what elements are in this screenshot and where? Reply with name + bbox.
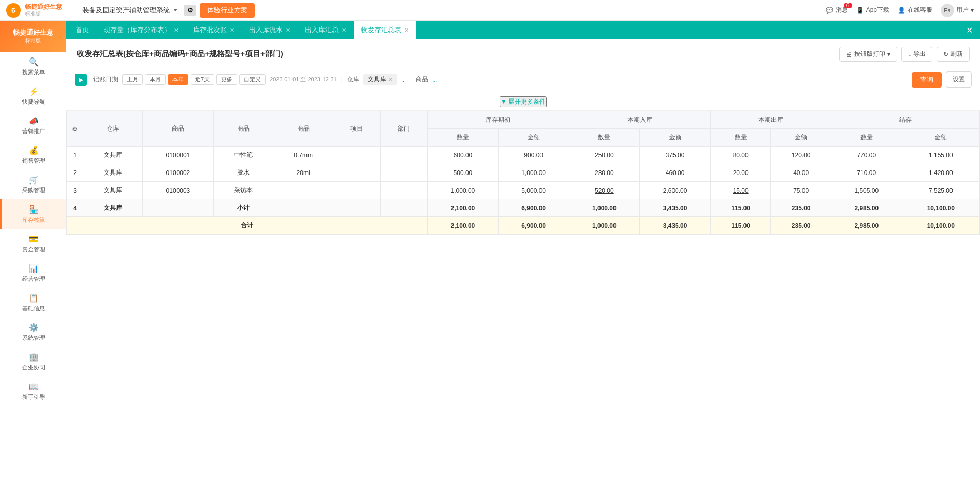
date-btn-more[interactable]: 更多 xyxy=(216,74,237,85)
export-btn[interactable]: ↓ 导出 xyxy=(901,47,932,62)
download-icon: 📱 xyxy=(856,7,864,14)
out-qty-link-1: 80.00 xyxy=(733,152,749,159)
sidebar-item-operations[interactable]: 📊 经营管理 xyxy=(0,258,66,288)
footer-in-qty: 1,000.00 xyxy=(569,217,640,235)
col-code: 商品 xyxy=(143,111,214,147)
col-stock-out: 本期出库 xyxy=(710,111,831,129)
refresh-btn[interactable]: ↻ 刷新 xyxy=(937,47,970,62)
sidebar-item-enterprise[interactable]: 🏢 企业协同 xyxy=(0,347,66,376)
date-btn-this-month[interactable]: 本月 xyxy=(145,74,166,85)
basic-icon: 📋 xyxy=(28,293,39,303)
col-settings[interactable]: ⚙ xyxy=(67,111,83,147)
sub-out-qty: 数量 xyxy=(710,129,771,147)
sidebar-label-enterprise: 企业协同 xyxy=(22,364,45,371)
out-qty-link-2: 20.00 xyxy=(733,169,749,177)
sidebar-item-finance[interactable]: 💳 资金管理 xyxy=(0,229,66,258)
sidebar-title: 畅捷通好生意 xyxy=(13,28,53,37)
system-icon: ⚙️ xyxy=(28,323,39,332)
tab-batch[interactable]: 库存批次账 ✕ xyxy=(186,21,242,39)
table-container: ⚙ 仓库 商品 商品 商品 项目 部门 库存期初 本期入库 本期出库 xyxy=(66,111,980,235)
date-btn-this-year[interactable]: 本年 xyxy=(168,74,188,85)
top-bar: 6 畅捷通好生意 标准版 | 装备及固定资产辅助管理系统 ▾ ⚙ 体验行业方案 … xyxy=(0,0,980,21)
col-project: 项目 xyxy=(333,111,381,147)
system-name: 装备及固定资产辅助管理系统 xyxy=(82,6,170,15)
warehouse-tag-close[interactable]: ✕ xyxy=(388,76,393,83)
page-header: 收发存汇总表(按仓库+商品编码+商品+规格型号+项目+部门) 🖨 按钮版打印 ▾… xyxy=(66,39,980,66)
filter-actions: 查询 设置 xyxy=(912,71,972,88)
tab-home[interactable]: 首页 xyxy=(68,21,96,39)
sub-init-qty: 数量 xyxy=(428,129,499,147)
data-table: ⚙ 仓库 商品 商品 商品 项目 部门 库存期初 本期入库 本期出库 xyxy=(66,111,980,235)
sidebar-item-quick[interactable]: ⚡ 快捷导航 xyxy=(0,81,66,111)
filter-toggle-btn[interactable]: ▶ xyxy=(75,74,87,86)
message-btn[interactable]: 💬 消息 6 xyxy=(826,6,848,15)
settings-icon[interactable]: ⚙ xyxy=(184,5,196,16)
tab-recv-send[interactable]: 收发存汇总表 ✕ xyxy=(354,21,416,39)
sidebar-item-inventory[interactable]: 🏪 库存核算 xyxy=(0,199,66,229)
export-icon: ↓ xyxy=(908,51,911,58)
filter-settings-btn[interactable]: 设置 xyxy=(946,71,972,88)
sidebar-item-search[interactable]: 🔍 搜索菜单 xyxy=(0,52,66,81)
inventory-icon: 🏪 xyxy=(28,205,39,214)
sidebar-item-basic[interactable]: 📋 基础信息 xyxy=(0,288,66,317)
app-container: 6 畅捷通好生意 标准版 | 装备及固定资产辅助管理系统 ▾ ⚙ 体验行业方案 … xyxy=(0,0,980,478)
sidebar-label-system: 系统管理 xyxy=(22,334,45,342)
tab-close-inventory-dist[interactable]: ✕ xyxy=(174,27,179,34)
date-filter-label: 记账日期 xyxy=(93,75,118,84)
page-title: 收发存汇总表(按仓库+商品编码+商品+规格型号+项目+部门) xyxy=(77,49,283,59)
tab-bar-close-btn[interactable]: ✕ xyxy=(961,25,978,35)
sub-bal-qty: 数量 xyxy=(831,129,902,147)
col-balance: 结存 xyxy=(831,111,979,129)
in-qty-link-1: 250.00 xyxy=(595,152,614,159)
sidebar-item-purchase[interactable]: 🛒 采购管理 xyxy=(0,170,66,199)
sidebar-label-purchase: 采购管理 xyxy=(22,186,45,194)
in-qty-link-3: 520.00 xyxy=(595,187,614,194)
table-row: 3 文具库 0100003 采访本 1,000.00 5,000.00 xyxy=(67,182,980,199)
date-filter-group: 上月 本月 本年 近7天 更多 自定义 xyxy=(122,74,266,85)
experience-btn[interactable]: 体验行业方案 xyxy=(200,3,255,18)
warehouse-more-btn[interactable]: ... xyxy=(401,77,406,83)
tab-inout-flow[interactable]: 出入库流水 ✕ xyxy=(242,21,298,39)
finance-icon: 💳 xyxy=(28,234,39,244)
app-download-btn[interactable]: 📱 App下载 xyxy=(856,6,889,15)
tab-close-inout-flow[interactable]: ✕ xyxy=(286,27,290,34)
date-btn-custom[interactable]: 自定义 xyxy=(239,74,266,85)
tab-close-batch[interactable]: ✕ xyxy=(230,27,235,34)
col-warehouse: 仓库 xyxy=(83,111,143,147)
expand-icon: ▼ xyxy=(501,98,508,105)
goods-more-btn[interactable]: ... xyxy=(432,77,437,83)
sidebar-item-marketing[interactable]: 📣 营销推广 xyxy=(0,111,66,140)
quick-icon: ⚡ xyxy=(28,86,39,96)
tab-close-inout-summary[interactable]: ✕ xyxy=(342,27,346,34)
tab-inventory-dist[interactable]: 现存量（库存分布表） ✕ xyxy=(96,21,186,39)
purchase-icon: 🛒 xyxy=(28,175,39,185)
system-dropdown-icon[interactable]: ▾ xyxy=(174,7,177,13)
top-bar-left: 6 畅捷通好生意 标准版 | 装备及固定资产辅助管理系统 ▾ ⚙ 体验行业方案 xyxy=(6,3,255,18)
date-btn-last-month[interactable]: 上月 xyxy=(122,74,143,85)
in-qty-link-2: 230.00 xyxy=(595,169,614,177)
query-btn[interactable]: 查询 xyxy=(912,72,942,88)
message-badge: 6 xyxy=(844,3,852,8)
page-content: 收发存汇总表(按仓库+商品编码+商品+规格型号+项目+部门) 🖨 按钮版打印 ▾… xyxy=(66,39,980,478)
footer-bal-amt: 10,100.00 xyxy=(902,217,979,235)
footer-label: 合计 xyxy=(67,217,428,235)
user-btn[interactable]: Ea 用户 ▾ xyxy=(941,4,974,17)
online-service-btn[interactable]: 👤 在线客服 xyxy=(898,6,932,15)
footer-bal-qty: 2,985.00 xyxy=(831,217,902,235)
footer-init-qty: 2,100.00 xyxy=(428,217,499,235)
print-btn[interactable]: 🖨 按钮版打印 ▾ xyxy=(839,47,897,62)
date-range-text: 2023-01-01 至 2023-12-31 xyxy=(270,76,337,83)
sidebar-item-guide[interactable]: 📖 新手引导 xyxy=(0,376,66,406)
sidebar-item-sales[interactable]: 💰 销售管理 xyxy=(0,140,66,170)
print-icon: 🖨 xyxy=(846,51,852,58)
app-title: 畅捷通好生意 xyxy=(25,3,62,10)
table-row: 2 文具库 0100002 胶水 20ml 500.00 1,000.00 xyxy=(67,164,980,182)
sub-init-amt: 金额 xyxy=(498,129,569,147)
tab-close-recv-send[interactable]: ✕ xyxy=(404,27,409,34)
date-btn-7days[interactable]: 近7天 xyxy=(191,74,214,85)
enterprise-icon: 🏢 xyxy=(28,352,39,362)
expand-more-btn[interactable]: ▼ 展开更多条件 xyxy=(500,96,547,107)
tab-inout-summary[interactable]: 出入库汇总 ✕ xyxy=(298,21,354,39)
sub-in-amt: 金额 xyxy=(640,129,711,147)
sidebar-item-system[interactable]: ⚙️ 系统管理 xyxy=(0,317,66,347)
